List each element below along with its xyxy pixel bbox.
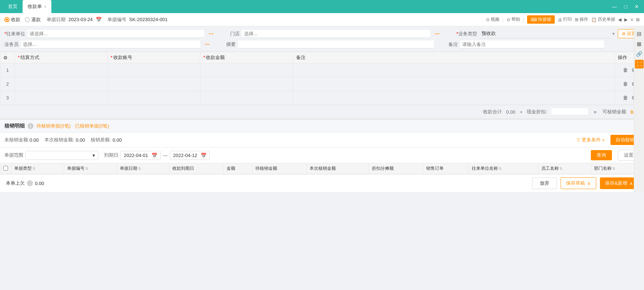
table-section: ⚙ 结算方式 收款账号 收款金额 备注 操作 1 🗑 ⧉ 2	[0, 52, 644, 118]
this-bill-info-icon[interactable]: ⓘ	[27, 180, 33, 186]
store-label: 门店	[230, 31, 240, 37]
action-help[interactable]: ⊙帮助	[507, 16, 520, 23]
col-date: 单据日期⇅	[117, 163, 169, 174]
vendor-more-btn[interactable]: ···	[207, 31, 216, 37]
remark-input[interactable]	[460, 40, 604, 48]
summary-label: 摘要	[226, 41, 236, 48]
sidebar-icon-2[interactable]: ▦	[635, 39, 644, 48]
staff-input[interactable]	[21, 40, 200, 48]
tab-pending[interactable]: 待核销单据(0笔)	[36, 123, 71, 129]
date-to-input[interactable]: 2022-04-12 📅	[170, 151, 210, 160]
win-close-btn[interactable]: ✕	[632, 4, 641, 9]
row-3-settlement[interactable]	[15, 91, 108, 105]
discount-input[interactable]	[551, 108, 588, 115]
remark-field: 备注	[448, 40, 604, 48]
row-2-remark[interactable]	[293, 77, 615, 91]
action-print[interactable]: 🖨打印	[558, 16, 572, 23]
action-shortcut-btn[interactable]: ⌨快捷键	[527, 15, 555, 24]
due-date-label: 到期日	[104, 152, 118, 158]
total-label: 收款合计	[483, 109, 502, 115]
tab-receipt[interactable]: 收款单 ×	[23, 0, 51, 13]
nav-home[interactable]: 首页	[3, 0, 23, 13]
date-from-icon: 📅	[152, 153, 157, 158]
win-maximize-btn[interactable]: □	[622, 4, 629, 9]
sidebar-icon-3[interactable]: 🔗	[635, 50, 644, 58]
row-1-delete-icon[interactable]: 🗑	[621, 66, 629, 74]
save-draft-arrow-icon: ∧	[587, 181, 591, 186]
date-to-value: 2022-04-12	[173, 153, 197, 158]
action-operate[interactable]: ⊞操作	[575, 16, 588, 23]
range-select[interactable]: ▾	[25, 151, 98, 160]
form-row-1: *往来单位 ··· 门店 ··· *业务类型 预收款 ▾ ⚙ 设置	[4, 29, 640, 38]
section-info-icon[interactable]: i	[28, 123, 34, 129]
calendar-icon[interactable]: 📅	[96, 17, 102, 22]
date-from-input[interactable]: 2022-04-01 📅	[121, 151, 161, 160]
store-more-btn[interactable]: ···	[432, 31, 441, 37]
bill-no-meta: 单据编号 SK-20230324-001	[107, 16, 168, 23]
row-1-account[interactable]	[107, 63, 200, 77]
summary-field: 摘要	[226, 40, 433, 48]
tab-done[interactable]: 已核销单据(0笔)	[75, 123, 109, 129]
row-2-account[interactable]	[107, 77, 200, 91]
row-2-settlement[interactable]	[15, 77, 108, 91]
sidebar-icon-1[interactable]: ▤	[635, 29, 644, 38]
footer-actions: 放弃 保存草稿 ∧ 保存&新增 ∧	[532, 177, 638, 189]
summary-input[interactable]	[238, 40, 433, 48]
row-1-remark[interactable]	[293, 63, 615, 77]
this-bill-value: 0.00	[35, 181, 44, 186]
col-gear[interactable]: ⚙	[0, 52, 15, 63]
vendor-field: *往来单位 ···	[4, 30, 216, 38]
row-3-account[interactable]	[107, 91, 200, 105]
win-minimize-btn[interactable]: —	[610, 4, 619, 9]
radio-refund[interactable]: 退款	[25, 16, 41, 23]
action-video[interactable]: ⊙视频	[486, 16, 499, 23]
tab-close-icon[interactable]: ×	[44, 0, 46, 13]
action-history[interactable]: 📋历史单据	[591, 16, 615, 23]
action-prev[interactable]: ◀	[618, 17, 621, 22]
abandon-btn[interactable]: 放弃	[532, 177, 557, 189]
this-bill-label: 本单上欠	[6, 180, 25, 187]
staff-more-btn[interactable]: ···	[203, 41, 212, 48]
action-next[interactable]: ▶	[624, 17, 628, 22]
action-layout[interactable]: ⊞	[636, 17, 640, 22]
date-from-value: 2022-04-01	[124, 153, 148, 158]
unverified-val: 0.00	[30, 137, 39, 143]
discount-label: 现金折扣:	[527, 109, 547, 115]
toolbar: 收款 退款 单据日期 2023-03-24 📅 单据编号 SK-20230324…	[0, 13, 644, 26]
equals-sign: =	[592, 109, 598, 115]
toolbar-actions: ⊙视频 | ⊙帮助 | ⌨快捷键 🖨打印 ⊞操作 📋历史单据 ◀ ▶ ≡ ⊞	[486, 15, 640, 24]
store-input[interactable]	[242, 30, 430, 38]
col-staff: 员工名称⇅	[538, 163, 591, 174]
save-draft-btn[interactable]: 保存草稿 ∧	[561, 177, 596, 189]
receipt-table: ⚙ 结算方式 收款账号 收款金额 备注 操作 1 🗑 ⧉ 2	[0, 52, 644, 105]
radio-refund-dot	[25, 17, 30, 22]
row-1-settlement[interactable]	[15, 63, 108, 77]
gear-icon: ⚙	[622, 31, 626, 36]
col-remark-header: 备注	[293, 52, 615, 63]
row-3-remark[interactable]	[293, 91, 615, 105]
row-2-delete-icon[interactable]: 🗑	[621, 80, 629, 87]
summary-row: 收款合计 0.00 + 现金折扣: = 可核销金额 0.00	[0, 105, 644, 118]
row-2-amount[interactable]	[200, 77, 293, 91]
row-1-amount[interactable]	[200, 63, 293, 77]
row-3-delete-icon[interactable]: 🗑	[621, 94, 629, 101]
business-type-label: *业务类型	[456, 31, 477, 37]
query-btn[interactable]: 查询	[591, 150, 612, 160]
more-conditions-link[interactable]: ▽ 更多条件 ∧	[577, 137, 605, 143]
this-verify-val: 0.00	[76, 137, 85, 143]
sidebar-icon-4[interactable]: ⛶	[635, 60, 644, 68]
stat-unverified: 未核销金额 0.00	[4, 137, 39, 143]
save-new-btn[interactable]: 保存&新增 ∧	[600, 177, 638, 189]
col-account-header: 收款账号	[107, 52, 200, 63]
vendor-input[interactable]	[27, 30, 204, 38]
row-3-amount[interactable]	[200, 91, 293, 105]
total-value: 0.00	[506, 109, 515, 115]
select-all-checkbox[interactable]	[3, 166, 8, 171]
col-checkbox[interactable]	[0, 163, 11, 174]
action-list[interactable]: ≡	[631, 17, 633, 22]
staff-field: 业务员 ···	[4, 40, 212, 48]
business-type-select[interactable]: 预收款 ▾	[479, 29, 615, 38]
verify-stats: 未核销金额 0.00 本次核销金额: 0.00 核销差额: 0.00 ▽ 更多条…	[0, 133, 644, 148]
verify-filters-row: 单据范围 ▾ 到期日 2022-04-01 📅 — 2022-04-12 📅	[0, 148, 644, 163]
radio-receive[interactable]: 收款	[4, 16, 20, 23]
